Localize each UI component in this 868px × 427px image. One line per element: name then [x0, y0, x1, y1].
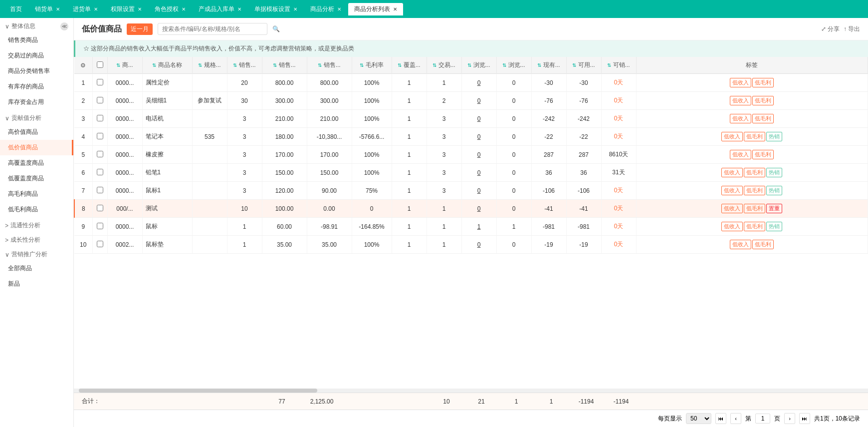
next-page-button[interactable]: ›: [784, 413, 795, 424]
row-checkbox[interactable]: [97, 169, 103, 175]
col-sale-amt[interactable]: ⇅ 销售...: [262, 57, 307, 74]
sidebar-item-low-value[interactable]: 低价值商品: [0, 140, 73, 155]
nav-purchase-order[interactable]: 进货单 ✕: [67, 3, 104, 15]
browse1-link[interactable]: 0: [477, 79, 481, 86]
cell-checkbox[interactable]: [92, 164, 107, 182]
export-button[interactable]: ↑ 导出: [844, 25, 860, 33]
nav-role-auth[interactable]: 角色授权 ✕: [149, 3, 192, 15]
cell-tags: 低收入低毛利: [636, 146, 868, 164]
row-checkbox[interactable]: [97, 151, 103, 157]
nav-close-product-analysis-list[interactable]: ✕: [393, 6, 397, 12]
nav-close-template[interactable]: ✕: [293, 6, 297, 12]
footer-sale-amt: 2,125.00: [299, 398, 344, 405]
scrollbar-thumb[interactable]: [79, 389, 317, 393]
page-label: 页: [774, 415, 780, 423]
sidebar-item-high-margin[interactable]: 高毛利商品: [0, 186, 73, 202]
cell-checkbox[interactable]: [92, 218, 107, 236]
browse1-link[interactable]: 0: [477, 187, 481, 194]
browse1-link[interactable]: 0: [477, 115, 481, 122]
nav-product-entry[interactable]: 产成品入库单 ✕: [193, 3, 247, 15]
col-trade-count[interactable]: ⇅ 交易...: [427, 57, 461, 74]
col-sale-qty[interactable]: ⇅ 销售...: [227, 57, 262, 74]
nav-close-product-entry[interactable]: ✕: [237, 6, 241, 12]
sidebar-item-all-goods[interactable]: 全部商品: [0, 261, 73, 276]
tag: 低毛利: [744, 168, 765, 177]
first-page-button[interactable]: ⏮: [715, 413, 726, 424]
cell-checkbox[interactable]: [92, 182, 107, 200]
sidebar-item-stock-capital[interactable]: 库存资金占用: [0, 94, 73, 110]
cell-checkbox[interactable]: [92, 236, 107, 254]
search-icon[interactable]: 🔍: [272, 25, 280, 32]
col-saleable-days[interactable]: ⇅ 可销...: [601, 57, 636, 74]
sidebar-item-high-coverage[interactable]: 高覆盖度商品: [0, 155, 73, 171]
nav-close-purchase-order[interactable]: ✕: [94, 6, 98, 12]
row-checkbox[interactable]: [97, 133, 103, 139]
period-button[interactable]: 近一月: [127, 23, 153, 35]
nav-product-analysis-list[interactable]: 商品分析列表 ✕: [348, 3, 403, 15]
row-checkbox[interactable]: [97, 241, 103, 247]
tag: 热销: [766, 132, 782, 141]
nav-close-role-auth[interactable]: ✕: [182, 6, 186, 12]
cell-checkbox[interactable]: [92, 146, 107, 164]
nav-home[interactable]: 首页: [4, 3, 28, 15]
col-browse2[interactable]: ⇅ 浏览...: [496, 57, 531, 74]
sidebar-item-low-margin[interactable]: 低毛利商品: [0, 202, 73, 217]
nav-template-settings[interactable]: 单据模板设置 ✕: [248, 3, 303, 15]
cell-checkbox[interactable]: [92, 128, 107, 146]
nav-close-permission[interactable]: ✕: [138, 6, 142, 12]
cell-tags: 低收入低毛利置重: [636, 200, 868, 218]
row-checkbox[interactable]: [97, 205, 103, 211]
page-size-select[interactable]: 50 100 200: [686, 413, 711, 424]
browse1-link[interactable]: 0: [477, 169, 481, 176]
nav-close-sales-order[interactable]: ✕: [56, 6, 60, 12]
sidebar-item-sales-goods[interactable]: 销售类商品: [0, 32, 73, 48]
nav-product-analysis[interactable]: 商品分析 ✕: [304, 3, 347, 15]
nav-permission[interactable]: 权限设置 ✕: [105, 3, 148, 15]
col-available-stock[interactable]: ⇅ 可用...: [566, 57, 601, 74]
row-checkbox[interactable]: [97, 223, 103, 229]
sidebar-item-stock-goods[interactable]: 有库存的商品: [0, 79, 73, 94]
browse1-link[interactable]: 0: [477, 241, 481, 248]
browse1-link[interactable]: 0: [477, 151, 481, 158]
page-number-input[interactable]: [755, 414, 770, 424]
col-sale-profit[interactable]: ⇅ 销售...: [307, 57, 352, 74]
col-current-stock[interactable]: ⇅ 现有...: [531, 57, 566, 74]
cell-checkbox[interactable]: [92, 200, 107, 218]
cell-checkbox[interactable]: [92, 74, 107, 92]
tag: 低毛利: [752, 240, 774, 249]
select-all-checkbox[interactable]: [97, 61, 103, 68]
cell-current-stock: -981: [531, 218, 566, 236]
browse1-link[interactable]: 1: [477, 223, 481, 230]
last-page-button[interactable]: ⏭: [799, 413, 810, 424]
cell-checkbox[interactable]: [92, 92, 107, 110]
cell-saleable-days: 0天: [601, 128, 636, 146]
horizontal-scrollbar[interactable]: [74, 389, 868, 393]
row-checkbox[interactable]: [97, 187, 103, 193]
search-input[interactable]: [158, 23, 267, 35]
collapse-overall[interactable]: ≪: [60, 22, 68, 30]
sidebar-item-category-sales-rate[interactable]: 商品分类销售率: [0, 63, 73, 79]
sidebar-item-low-coverage[interactable]: 低覆盖度商品: [0, 171, 73, 186]
prev-page-button[interactable]: ‹: [730, 413, 741, 424]
browse1-link[interactable]: 0: [477, 205, 481, 212]
cell-browse1: 0: [461, 128, 496, 146]
sidebar-item-new-goods[interactable]: 新品: [0, 276, 73, 292]
nav-close-product-analysis[interactable]: ✕: [337, 6, 341, 12]
row-checkbox[interactable]: [97, 115, 103, 121]
row-checkbox[interactable]: [97, 97, 103, 103]
browse1-link[interactable]: 0: [477, 133, 481, 140]
nav-sales-order[interactable]: 销货单 ✕: [29, 3, 66, 15]
cell-checkbox[interactable]: [92, 110, 107, 128]
browse1-link[interactable]: 0: [477, 97, 481, 104]
share-button[interactable]: ⤢ 分享: [821, 25, 840, 33]
row-checkbox[interactable]: [97, 79, 103, 85]
col-spec[interactable]: ⇅ 规格...: [192, 57, 227, 74]
sidebar-item-high-value[interactable]: 高价值商品: [0, 124, 73, 140]
col-settings[interactable]: ⚙: [74, 57, 92, 74]
col-coverage[interactable]: ⇅ 覆盖...: [392, 57, 427, 74]
col-name[interactable]: ⇅ 商品名称: [142, 57, 192, 74]
col-code[interactable]: ⇅ 商...: [107, 57, 142, 74]
col-gross-margin[interactable]: ⇅ 毛利率: [352, 57, 392, 74]
col-browse1[interactable]: ⇅ 浏览...: [461, 57, 496, 74]
sidebar-item-traded-goods[interactable]: 交易过的商品: [0, 48, 73, 63]
